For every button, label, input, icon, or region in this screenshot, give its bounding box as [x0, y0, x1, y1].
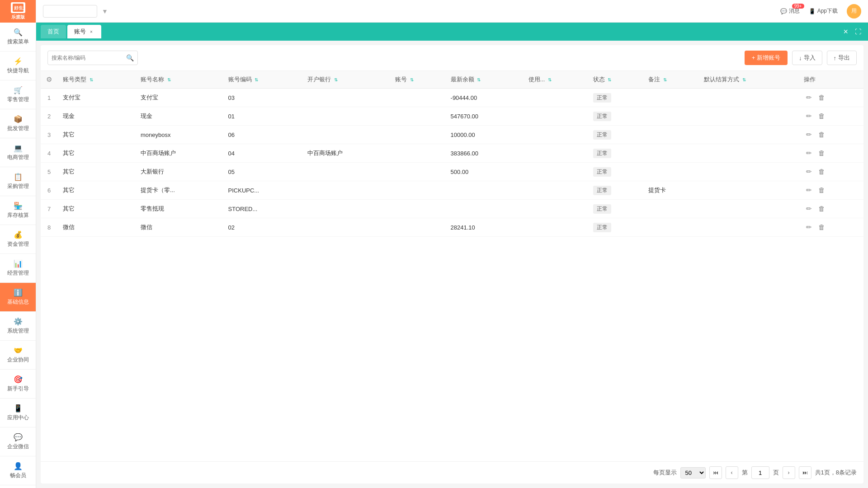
col-balance[interactable]: 最新余额 ⇅	[445, 71, 523, 89]
row-account	[390, 181, 445, 200]
col-remark[interactable]: 备注 ⇅	[643, 71, 698, 89]
page-size-select[interactable]: 50 20 100	[680, 467, 706, 479]
sidebar-label-ecommerce: 电商管理	[2, 154, 33, 161]
sidebar-item-basic[interactable]: ℹ️ 基础信息	[0, 283, 36, 312]
sidebar-item-operation[interactable]: 📊 经营管理	[0, 254, 36, 283]
wholesale-icon: 📦	[2, 115, 33, 123]
next-page-button[interactable]: ›	[783, 466, 795, 479]
retail-icon: 🛒	[2, 86, 33, 94]
user-avatar[interactable]: 用	[847, 4, 861, 19]
col-name[interactable]: 账号名称 ⇅	[135, 71, 223, 89]
row-bank: 中百商场账户	[302, 144, 390, 163]
delete-button[interactable]: 🗑	[816, 111, 827, 121]
delete-button[interactable]: 🗑	[816, 185, 827, 195]
first-page-button[interactable]: ⏮	[709, 466, 722, 479]
tab-close-icon[interactable]: ×	[841, 27, 850, 37]
row-balance: 500.00	[445, 163, 523, 181]
edit-button[interactable]: ✏	[804, 130, 814, 140]
tab-expand-icon[interactable]: ⛶	[853, 28, 863, 35]
col-usage[interactable]: 使用... ⇅	[523, 71, 588, 89]
sidebar-item-inventory[interactable]: 🏪 库存核算	[0, 196, 36, 225]
sidebar-item-finance[interactable]: 💰 资金管理	[0, 225, 36, 254]
delete-button[interactable]: 🗑	[816, 148, 827, 158]
row-remark	[643, 218, 698, 237]
delete-button[interactable]: 🗑	[816, 222, 827, 232]
row-account	[390, 144, 445, 163]
col-settings[interactable]: ⚙	[41, 71, 57, 89]
delete-button[interactable]: 🗑	[816, 130, 827, 139]
sidebar-item-member[interactable]: 👤 畅会员	[0, 456, 36, 485]
delete-button[interactable]: 🗑	[816, 167, 827, 176]
search-input[interactable]	[52, 55, 126, 61]
row-account	[390, 163, 445, 181]
row-index: 4	[41, 144, 57, 163]
status-badge: 正常	[593, 112, 611, 121]
sidebar-item-retail[interactable]: 🛒 零售管理	[0, 80, 36, 109]
table-row: 5 其它 大新银行 05 500.00 正常 ✏ 🗑	[41, 163, 863, 181]
sidebar-item-app_center[interactable]: 📱 应用中心	[0, 399, 36, 427]
row-bank	[302, 181, 390, 200]
edit-button[interactable]: ✏	[804, 167, 814, 177]
import-label: 导入	[804, 54, 816, 62]
sort-bank-icon: ⇅	[334, 77, 338, 82]
status-badge: 正常	[593, 167, 611, 177]
import-button[interactable]: ↓ 导入	[792, 51, 822, 65]
export-button[interactable]: ↑ 导出	[827, 51, 857, 65]
basic-icon: ℹ️	[2, 288, 33, 297]
wecom-icon: 💬	[2, 433, 33, 441]
top-dropdown-icon[interactable]: ▼	[102, 8, 108, 15]
page-number-input[interactable]	[751, 466, 769, 479]
status-badge: 正常	[593, 186, 611, 195]
sidebar-item-search[interactable]: 🔍 搜索菜单	[0, 23, 36, 52]
sidebar-item-system[interactable]: ⚙️ 系统管理	[0, 312, 36, 341]
message-button[interactable]: 💬 消息 99+	[780, 7, 800, 15]
sidebar-item-purchase[interactable]: 📋 采购管理	[0, 167, 36, 196]
search-box[interactable]: 🔍	[47, 51, 138, 65]
delete-button[interactable]: 🗑	[816, 204, 827, 213]
row-type: 其它	[57, 181, 135, 200]
row-status: 正常	[588, 144, 643, 163]
edit-button[interactable]: ✏	[804, 185, 814, 195]
prev-page-button[interactable]: ‹	[726, 466, 738, 479]
col-bank[interactable]: 开户银行 ⇅	[302, 71, 390, 89]
finance-icon: 💰	[2, 230, 33, 239]
sidebar-item-guide[interactable]: 🎯 新手引导	[0, 370, 36, 399]
row-bank	[302, 89, 390, 107]
row-status: 正常	[588, 126, 643, 144]
sidebar-item-wholesale[interactable]: 📦 批发管理	[0, 109, 36, 138]
edit-button[interactable]: ✏	[804, 222, 814, 232]
delete-button[interactable]: 🗑	[816, 93, 827, 102]
tab-home[interactable]: 首页	[41, 25, 66, 38]
sidebar-item-ecommerce[interactable]: 💻 电商管理	[0, 138, 36, 167]
edit-button[interactable]: ✏	[804, 93, 814, 103]
sidebar-label-purchase: 采购管理	[2, 183, 33, 190]
col-type[interactable]: 账号类型 ⇅	[57, 71, 135, 89]
top-search-input[interactable]	[43, 5, 97, 18]
tab-account[interactable]: 账号 ×	[67, 25, 101, 38]
tab-account-close[interactable]: ×	[88, 28, 94, 35]
row-usage	[523, 181, 588, 200]
row-name: 支付宝	[135, 89, 223, 107]
tab-bar: 首页 账号 × × ⛶	[36, 23, 868, 41]
sidebar-item-shortcut[interactable]: ⚡ 快捷导航	[0, 52, 36, 80]
col-account[interactable]: 账号 ⇅	[390, 71, 445, 89]
col-status[interactable]: 状态 ⇅	[588, 71, 643, 89]
edit-button[interactable]: ✏	[804, 148, 814, 158]
table-header: ⚙ 账号类型 ⇅ 账号名称 ⇅ 账号编码 ⇅ 开户银行 ⇅ 账号 ⇅ 最新余额 …	[41, 71, 863, 89]
settings-icon[interactable]: ⚙	[46, 75, 52, 83]
sidebar-item-wecom[interactable]: 💬 企业微信	[0, 427, 36, 456]
status-badge: 正常	[593, 223, 611, 232]
col-default-payment[interactable]: 默认结算方式 ⇅	[698, 71, 798, 89]
row-balance: 10000.00	[445, 126, 523, 144]
total-label: 共1页，8条记录	[815, 469, 857, 477]
last-page-button[interactable]: ⏭	[799, 466, 811, 479]
row-name: 微信	[135, 218, 223, 237]
sidebar-label-wholesale: 批发管理	[2, 125, 33, 132]
col-code[interactable]: 账号编码 ⇅	[223, 71, 302, 89]
edit-button[interactable]: ✏	[804, 204, 814, 214]
app-download-button[interactable]: 📱 App下载	[809, 7, 838, 15]
sidebar-item-enterprise[interactable]: 🤝 企业协同	[0, 341, 36, 370]
edit-button[interactable]: ✏	[804, 111, 814, 121]
add-account-button[interactable]: + 新增账号	[745, 51, 788, 65]
svg-text:好生意: 好生意	[14, 5, 24, 10]
